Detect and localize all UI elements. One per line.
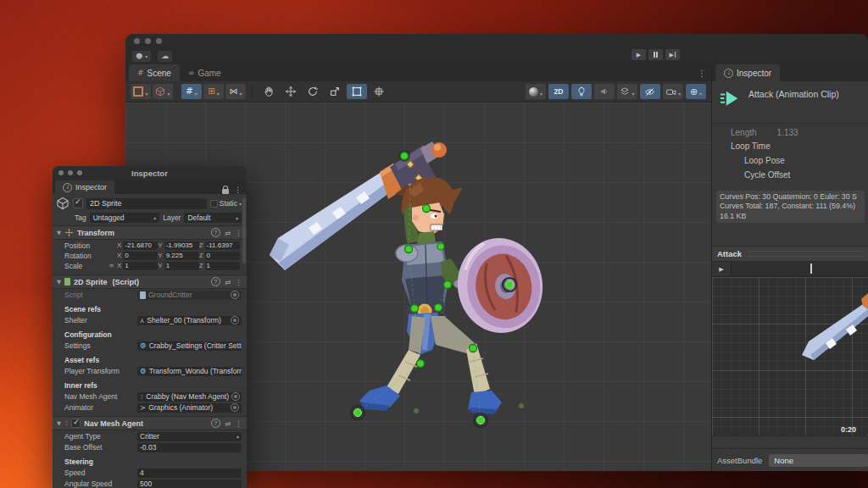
- foldout-icon[interactable]: ▼: [57, 279, 61, 286]
- scale-tool-button[interactable]: [325, 84, 345, 99]
- rotate-tool-button[interactable]: [303, 84, 323, 99]
- bone-gizmo-dot[interactable]: [411, 305, 419, 313]
- nav-mesh-agent-field[interactable]: Crabby (Nav Mesh Agent): [137, 392, 242, 402]
- loop-pose-row[interactable]: Loop Pose: [712, 153, 868, 168]
- tab-scene[interactable]: # Scene: [129, 64, 180, 81]
- shading-mode-button[interactable]: [526, 84, 546, 99]
- hand-tool-button[interactable]: [259, 84, 279, 99]
- effects-button[interactable]: [617, 84, 637, 99]
- object-picker-icon[interactable]: [231, 291, 239, 299]
- bone-gizmo-dot-faint[interactable]: [414, 408, 419, 413]
- static-checkbox[interactable]: [210, 200, 218, 208]
- rect-tool-button[interactable]: [347, 84, 367, 99]
- bone-gizmo-dot[interactable]: [351, 406, 364, 419]
- agent-type-dropdown[interactable]: Critter: [137, 432, 242, 441]
- bone-gizmo-dot[interactable]: [399, 151, 409, 161]
- camera-settings-button[interactable]: [663, 84, 683, 99]
- script-component-header[interactable]: ▼ 2D Sprite (Script) ⇄ ⋮: [53, 274, 247, 289]
- navmesh-component-header[interactable]: ▼ Nav Mesh Agent ⇄ ⋮: [53, 416, 247, 430]
- play-button[interactable]: ▶: [632, 49, 646, 60]
- handle-orientation-button[interactable]: [153, 84, 173, 99]
- help-icon[interactable]: [211, 277, 220, 286]
- object-picker-icon[interactable]: [231, 403, 239, 412]
- scrollbar-thumb[interactable]: [242, 197, 246, 263]
- object-picker-icon[interactable]: [231, 392, 240, 401]
- scale-z-field[interactable]: 1: [205, 262, 240, 270]
- preview-timeline[interactable]: [732, 262, 868, 276]
- angular-speed-field[interactable]: 500: [137, 480, 242, 488]
- move-tool-button[interactable]: [281, 84, 301, 99]
- position-y-field[interactable]: -1.99035: [164, 241, 199, 250]
- lock-icon[interactable]: [222, 189, 229, 194]
- drag-handle[interactable]: [747, 251, 863, 257]
- tag-dropdown[interactable]: Untagged: [90, 213, 159, 223]
- rotation-y-field[interactable]: 9.225: [164, 252, 199, 260]
- preview-play-button[interactable]: ▶: [712, 262, 732, 276]
- bone-gizmo-dot[interactable]: [405, 246, 413, 253]
- layer-dropdown[interactable]: Default: [184, 213, 242, 223]
- step-button[interactable]: ▶: [665, 49, 680, 60]
- gameobject-name-field[interactable]: 2D Sprite: [86, 198, 207, 209]
- scene-tab-menu-icon[interactable]: ⋮: [693, 69, 711, 78]
- bone-gizmo-dot[interactable]: [470, 345, 477, 352]
- cycle-offset-row[interactable]: Cycle Offset: [712, 168, 868, 182]
- gizmos-button[interactable]: ⊕: [686, 84, 706, 99]
- zoom-button[interactable]: [77, 170, 82, 175]
- tab-game[interactable]: ∞ Game: [180, 64, 230, 81]
- bone-gizmo-dot[interactable]: [444, 281, 452, 289]
- pause-button[interactable]: [648, 49, 663, 60]
- timeline-marker[interactable]: [810, 263, 812, 274]
- floating-titlebar[interactable]: Inspector: [53, 166, 247, 180]
- kebab-menu-icon[interactable]: ⋮: [235, 229, 242, 237]
- settings-field[interactable]: Crabby_Settings (Critter Settings): [137, 341, 242, 351]
- bone-gizmo-dot[interactable]: [423, 205, 431, 213]
- preset-icon[interactable]: ⇄: [225, 278, 231, 286]
- pivot-mode-button[interactable]: [131, 84, 151, 99]
- player-transform-field[interactable]: Transform_Wondu (Transform Ar: [137, 367, 242, 376]
- static-toggle[interactable]: Static: [210, 199, 242, 208]
- bone-gizmo-dot[interactable]: [417, 360, 425, 368]
- kebab-menu-icon[interactable]: ⋮: [234, 186, 242, 194]
- help-icon[interactable]: [211, 419, 220, 428]
- bone-gizmo-dot[interactable]: [435, 304, 442, 312]
- bone-gizmo-dot-faint[interactable]: [519, 403, 524, 408]
- cloud-services-button[interactable]: ☁: [158, 51, 172, 62]
- close-button[interactable]: [134, 38, 140, 44]
- animation-preview[interactable]: 0:20: [712, 277, 868, 435]
- position-z-field[interactable]: -11.6397: [205, 241, 240, 250]
- preset-icon[interactable]: ⇄: [225, 419, 231, 428]
- foldout-icon[interactable]: ▼: [57, 420, 61, 427]
- kebab-menu-icon[interactable]: ⋮: [235, 278, 242, 286]
- zoom-button[interactable]: [156, 38, 162, 44]
- preset-icon[interactable]: ⇄: [225, 229, 231, 237]
- grid-snapping-button[interactable]: #: [181, 84, 202, 99]
- preview-header[interactable]: Attack: [712, 246, 868, 262]
- assetbundle-dropdown[interactable]: None: [769, 454, 868, 467]
- rotation-x-field[interactable]: 0: [123, 252, 158, 260]
- position-x-field[interactable]: -21.6870: [123, 241, 158, 250]
- scene-visibility-button[interactable]: [640, 84, 660, 99]
- active-checkbox[interactable]: [73, 198, 83, 208]
- account-button[interactable]: ☻: [132, 51, 151, 62]
- close-button[interactable]: [58, 170, 64, 175]
- constrain-proportions-icon[interactable]: ∞: [108, 262, 117, 269]
- object-picker-icon[interactable]: [231, 316, 239, 324]
- tab-inspector[interactable]: Inspector: [55, 180, 114, 194]
- shelter-field[interactable]: Shelter_00 (Transform): [137, 316, 242, 325]
- bone-gizmo-dot[interactable]: [437, 243, 444, 250]
- snap-settings-button[interactable]: ⋈: [225, 84, 246, 99]
- scale-x-field[interactable]: 1: [123, 262, 158, 270]
- scene-audio-button[interactable]: [594, 84, 615, 99]
- scale-y-field[interactable]: 1: [164, 262, 199, 270]
- kebab-menu-icon[interactable]: ⋮: [235, 419, 242, 428]
- transform-tool-button[interactable]: [369, 84, 389, 99]
- main-titlebar[interactable]: ☻ ☁ ▶ ▶: [125, 34, 868, 64]
- loop-time-row[interactable]: Loop Time: [712, 139, 868, 153]
- scene-lighting-button[interactable]: [571, 84, 592, 99]
- help-icon[interactable]: [211, 228, 220, 237]
- component-enabled-checkbox[interactable]: [71, 419, 81, 428]
- script-field[interactable]: GroundCritter: [137, 291, 242, 300]
- base-offset-field[interactable]: -0.03: [137, 443, 242, 452]
- foldout-icon[interactable]: ▼: [57, 230, 61, 236]
- bone-gizmo-dot[interactable]: [474, 413, 487, 427]
